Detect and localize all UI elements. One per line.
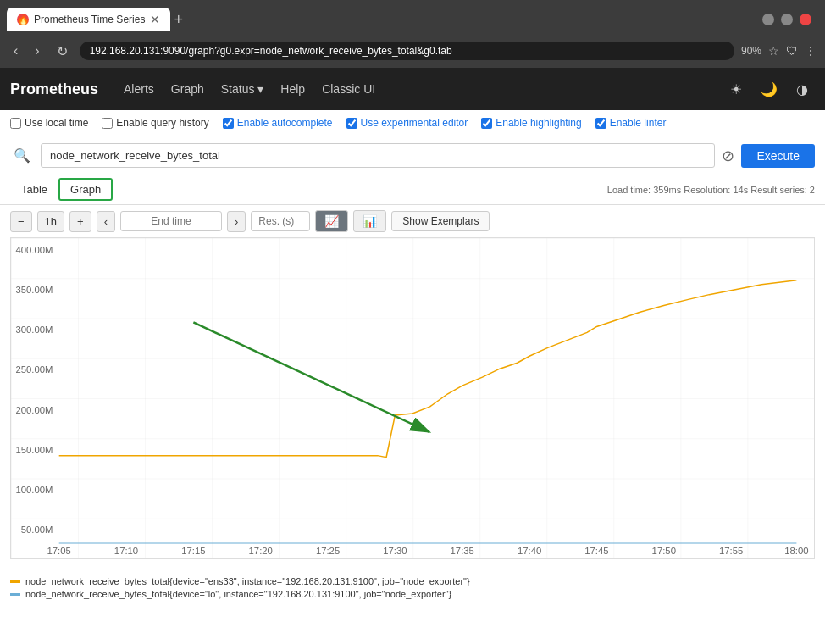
light-theme-button[interactable]: ☀	[723, 78, 749, 101]
brand-label: Prometheus	[10, 80, 98, 98]
end-time-input[interactable]	[120, 211, 222, 231]
svg-text:17:10: 17:10	[114, 546, 138, 556]
svg-text:17:40: 17:40	[518, 546, 541, 556]
legend-text-lo: node_network_receive_bytes_total{device=…	[25, 589, 451, 599]
bookmark-icon[interactable]: ☆	[768, 44, 779, 58]
tab-close-icon[interactable]: ✕	[150, 13, 160, 26]
svg-text:300.00M: 300.00M	[15, 325, 53, 336]
chart-container: 400.00M 350.00M 300.00M 250.00M 200.00M …	[10, 237, 815, 559]
chart-area: 400.00M 350.00M 300.00M 250.00M 200.00M …	[0, 237, 825, 569]
tab-bar: 🔥 Prometheus Time Series ✕ +	[0, 0, 825, 34]
legend-item-lo: node_network_receive_bytes_total{device=…	[10, 589, 815, 599]
svg-text:100.00M: 100.00M	[15, 486, 53, 496]
search-input[interactable]	[41, 143, 715, 168]
line-chart-button[interactable]: 📈	[315, 210, 348, 232]
svg-text:250.00M: 250.00M	[15, 364, 53, 375]
legend-area: node_network_receive_bytes_total{device=…	[0, 569, 825, 608]
theme-controls: ☀ 🌙 ◑	[723, 78, 815, 101]
app: Prometheus Alerts Graph Status ▾ Help Cl…	[0, 68, 825, 608]
next-time-button[interactable]: ›	[227, 211, 246, 232]
svg-rect-0	[11, 238, 814, 558]
enable-autocomplete-label[interactable]: Enable autocomplete	[223, 117, 333, 129]
svg-text:17:45: 17:45	[584, 546, 608, 556]
window-controls	[762, 14, 818, 25]
legend-text-ens33: node_network_receive_bytes_total{device=…	[25, 576, 470, 586]
tab-favicon-icon: 🔥	[17, 14, 29, 25]
search-icon: 🔍	[14, 147, 30, 164]
duration-button[interactable]: 1h	[37, 211, 64, 232]
graph-link[interactable]: Graph	[163, 82, 213, 96]
enable-highlighting-label[interactable]: Enable highlighting	[481, 117, 581, 129]
prev-time-button[interactable]: ‹	[97, 211, 115, 232]
maximize-button[interactable]	[781, 14, 793, 25]
use-experimental-editor-checkbox[interactable]	[346, 118, 357, 129]
back-button[interactable]: ‹	[8, 42, 23, 60]
tab-meta: Load time: 359ms Resolution: 14s Result …	[607, 185, 815, 195]
chart-svg: 400.00M 350.00M 300.00M 250.00M 200.00M …	[11, 238, 814, 558]
enable-query-history-label[interactable]: Enable query history	[102, 117, 208, 129]
enable-query-history-text: Enable query history	[116, 117, 208, 129]
clear-button[interactable]: ⊘	[722, 147, 734, 165]
options-row: Use local time Enable query history Enab…	[0, 110, 825, 136]
menu-icon[interactable]: ⋮	[805, 44, 817, 58]
svg-text:350.00M: 350.00M	[15, 285, 53, 295]
tab-title: Prometheus Time Series	[34, 14, 145, 25]
enable-linter-label[interactable]: Enable linter	[595, 117, 667, 129]
bar-chart-button[interactable]: 📊	[353, 210, 386, 232]
increase-duration-button[interactable]: +	[69, 211, 91, 232]
zoom-level: 90%	[741, 45, 761, 57]
auto-theme-button[interactable]: ◑	[789, 78, 815, 101]
svg-text:17:35: 17:35	[451, 546, 474, 556]
address-input[interactable]	[80, 42, 734, 60]
use-experimental-editor-text: Use experimental editor	[361, 117, 468, 129]
legend-item-ens33: node_network_receive_bytes_total{device=…	[10, 576, 815, 586]
minimize-button[interactable]	[762, 14, 774, 25]
enable-highlighting-checkbox[interactable]	[481, 118, 492, 129]
dark-theme-button[interactable]: 🌙	[754, 78, 784, 101]
enable-autocomplete-text: Enable autocomplete	[237, 117, 333, 129]
enable-query-history-checkbox[interactable]	[102, 118, 113, 129]
svg-text:17:50: 17:50	[652, 546, 676, 556]
enable-highlighting-text: Enable highlighting	[496, 117, 581, 129]
help-link[interactable]: Help	[272, 82, 313, 96]
svg-text:17:05: 17:05	[47, 546, 71, 556]
use-experimental-editor-label[interactable]: Use experimental editor	[346, 117, 468, 129]
enable-linter-text: Enable linter	[610, 117, 667, 129]
resolution-input[interactable]	[251, 211, 310, 231]
use-local-time-label[interactable]: Use local time	[10, 117, 88, 129]
reload-button[interactable]: ↻	[52, 42, 73, 61]
search-row: 🔍 ⊘ Execute	[0, 136, 825, 175]
alerts-link[interactable]: Alerts	[115, 82, 163, 96]
svg-text:50.00M: 50.00M	[21, 525, 53, 535]
svg-text:17:30: 17:30	[383, 546, 407, 556]
svg-text:17:25: 17:25	[316, 546, 340, 556]
classic-ui-link[interactable]: Classic UI	[313, 82, 384, 96]
enable-autocomplete-checkbox[interactable]	[223, 118, 234, 129]
controls-row: − 1h + ‹ › 📈 📊 Show Exemplars	[0, 205, 825, 237]
close-button[interactable]	[800, 14, 811, 25]
status-dropdown-button[interactable]: Status ▾	[213, 82, 273, 96]
svg-text:200.00M: 200.00M	[15, 405, 53, 415]
svg-text:150.00M: 150.00M	[15, 445, 53, 455]
top-nav: Prometheus Alerts Graph Status ▾ Help Cl…	[0, 68, 825, 110]
search-icon-wrap: 🔍	[10, 144, 34, 168]
legend-color-lo	[10, 593, 20, 596]
extension-icon[interactable]: 🛡	[786, 44, 798, 58]
browser-chrome: 🔥 Prometheus Time Series ✕ + ‹ › ↻ 90% ☆…	[0, 0, 825, 68]
svg-text:400.00M: 400.00M	[15, 245, 53, 255]
graph-tab[interactable]: Graph	[58, 178, 113, 201]
use-local-time-checkbox[interactable]	[10, 118, 21, 129]
use-local-time-text: Use local time	[25, 117, 88, 129]
browser-tab[interactable]: 🔥 Prometheus Time Series ✕	[7, 8, 170, 31]
forward-button[interactable]: ›	[30, 42, 44, 60]
decrease-duration-button[interactable]: −	[10, 211, 32, 232]
table-tab[interactable]: Table	[10, 179, 58, 200]
status-dropdown[interactable]: Status ▾	[213, 82, 273, 96]
svg-text:17:15: 17:15	[181, 546, 205, 556]
show-exemplars-button[interactable]: Show Exemplars	[391, 211, 490, 231]
new-tab-button[interactable]: +	[174, 11, 183, 29]
address-bar: ‹ › ↻ 90% ☆ 🛡 ⋮	[0, 34, 825, 68]
execute-button[interactable]: Execute	[741, 144, 815, 168]
svg-text:17:55: 17:55	[719, 546, 743, 556]
enable-linter-checkbox[interactable]	[595, 118, 606, 129]
